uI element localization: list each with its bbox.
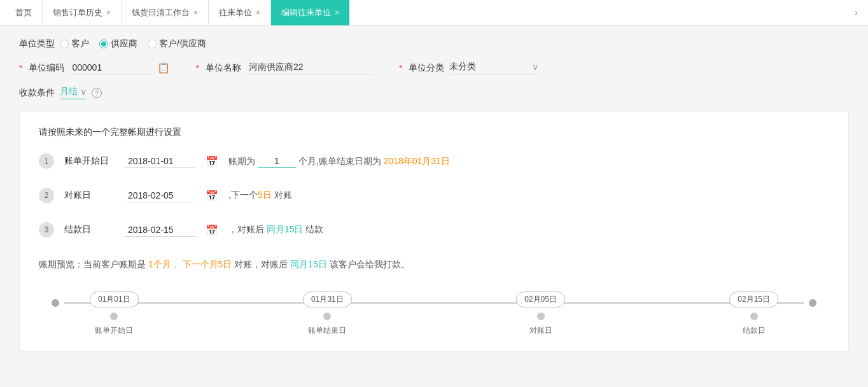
timeline-line [64,302,804,304]
timeline-start-dot [52,299,59,307]
radio-customer[interactable]: 客户 [60,38,89,50]
tab-sales-history[interactable]: 销售订单历史 × [43,0,122,25]
tab-home[interactable]: 首页 [5,0,43,25]
billing-date-1[interactable] [125,155,195,168]
billing-period-input[interactable] [258,155,296,168]
preview-part1: 1个月， [148,259,180,269]
timeline-node-1: 01月01日 账单开始日 [90,292,139,336]
billing-end-date: 2018年01月31日 [384,156,450,166]
tab-cash-work-close[interactable]: × [193,9,198,17]
billing-cal-3[interactable]: 📅 [206,224,218,236]
tab-edit-partner-close[interactable]: × [335,9,339,17]
tab-partner-units-close[interactable]: × [256,9,260,17]
radio-group: 客户 供应商 客户/供应商 [60,38,206,50]
radio-both-circle [148,39,157,48]
timeline-node-4-date: 02月15日 [729,292,778,307]
unit-name-field: * 单位名称 [195,61,373,74]
desc-suffix-2: 对账 [272,190,292,200]
timeline-node-3: 02月05日 对账日 [516,292,565,336]
billing-row-3: 3 结款日 📅 ，对账后 同月15日 结款 [39,222,829,237]
radio-both[interactable]: 客户/供应商 [148,38,206,50]
billing-cal-1[interactable]: 📅 [206,155,218,167]
billing-field-3: 结款日 [64,224,115,236]
unit-classify-dropdown[interactable]: 未分类 ∨ [449,61,538,74]
timeline-node-1-dot [110,313,118,320]
unit-type-row: 单位类型 客户 供应商 客户/供应商 [19,38,849,50]
billing-title: 请按照未来的一个完整帐期进行设置 [39,127,829,138]
unit-classify-value: 未分类 [449,61,529,73]
tab-home-label: 首页 [15,7,32,18]
radio-supplier[interactable]: 供应商 [99,38,137,50]
payment-dropdown-icon: ∨ [80,87,87,97]
timeline-end-dot [809,299,816,307]
tab-cash-work-label: 钱货日清工作台 [132,7,190,18]
timeline-node-2-dot [323,313,331,320]
billing-highlight-3: 同月15日 [267,224,304,234]
timeline-node-2: 01月31日 账单结束日 [303,292,352,336]
timeline-node-1-label: 账单开始日 [95,325,133,336]
unit-code-field: * 单位编码 📋 [19,61,170,74]
preview-part3: 对账，对账后 [234,259,290,269]
desc-suffix-1: 个月,账单结束日期为 [298,156,384,166]
payment-row: 收款条件 月结 ∨ ? [19,86,849,99]
timeline-node-3-date: 02月05日 [516,292,565,307]
unit-code-required: * [19,63,22,73]
radio-customer-circle [60,39,69,48]
desc-prefix-3: ，对账后 [228,224,267,234]
unit-classify-dropdown-icon: ∨ [532,62,538,72]
timeline-node-2-label: 账单结束日 [308,325,346,336]
billing-field-2: 对账日 [64,190,115,201]
radio-supplier-circle [99,39,108,48]
tab-edit-partner-label: 编辑往来单位 [281,7,331,18]
timeline: 01月01日 账单开始日 01月31日 账单结束日 02月05日 对账日 [52,292,816,336]
tab-partner-units[interactable]: 往来单位 × [209,0,271,25]
billing-num-3: 3 [39,222,54,237]
payment-help-icon[interactable]: ? [92,88,102,98]
billing-num-1: 1 [39,153,54,169]
radio-supplier-label: 供应商 [111,38,137,50]
unit-info-row: * 单位编码 📋 * 单位名称 * 单位分类 未分类 ∨ [19,61,849,74]
unit-classify-field: * 单位分类 未分类 ∨ [399,61,538,74]
timeline-node-2-date: 01月31日 [303,292,352,307]
payment-label: 收款条件 [19,87,55,99]
unit-code-label: 单位编码 [29,62,64,74]
timeline-node-3-label: 对账日 [529,325,552,336]
payment-value: 月结 [60,86,78,97]
billing-desc-3: ，对账后 同月15日 结款 [228,224,323,236]
unit-name-input[interactable] [246,61,374,74]
billing-desc-2: ,下一个5日 对账 [228,190,292,201]
tab-sales-history-label: 销售订单历史 [53,7,102,18]
preview-label: 账期预览：当前客户账期是 [39,259,146,269]
radio-customer-label: 客户 [71,38,89,50]
unit-type-label: 单位类型 [19,38,55,50]
billing-desc-1: 账期为 个月,账单结束日期为 2018年01月31日 [228,155,450,168]
billing-date-2[interactable] [125,189,195,202]
billing-date-3[interactable] [125,223,195,237]
unit-name-label: 单位名称 [206,62,241,74]
unit-code-icon[interactable]: 📋 [157,62,170,74]
tab-bar-arrow[interactable]: › [850,7,863,18]
billing-panel: 请按照未来的一个完整帐期进行设置 1 账单开始日 📅 账期为 个月,账单结束日期… [19,111,849,352]
main-content: 单位类型 客户 供应商 客户/供应商 * 单位编码 [0,25,868,387]
billing-cal-2[interactable]: 📅 [206,190,218,202]
tab-sales-history-close[interactable]: × [106,9,111,17]
payment-field: 收款条件 月结 ∨ ? [19,86,102,99]
unit-type-field: 单位类型 客户 供应商 客户/供应商 [19,38,206,50]
tab-edit-partner[interactable]: 编辑往来单位 × [271,0,349,25]
timeline-node-3-dot [537,313,545,320]
billing-field-1: 账单开始日 [64,155,115,167]
desc-suffix-3: 结款 [303,224,323,234]
billing-highlight-2: 5日 [258,190,272,200]
preview-part4: 同月15日 [290,259,327,269]
preview-part5: 该客户会给我打款。 [330,259,410,269]
timeline-node-4-dot [750,313,758,320]
payment-dropdown[interactable]: 月结 ∨ [60,86,87,99]
billing-row-2: 2 对账日 📅 ,下一个5日 对账 [39,188,829,203]
billing-num-2: 2 [39,188,54,203]
timeline-node-4: 02月15日 结款日 [729,292,778,336]
tab-bar: 首页 销售订单历史 × 钱货日清工作台 × 往来单位 × 编辑往来单位 × › [0,0,868,25]
preview-part2: 下一个月5日 [183,259,232,269]
tab-partner-units-label: 往来单位 [219,7,252,18]
tab-cash-work[interactable]: 钱货日清工作台 × [122,0,209,25]
unit-code-input[interactable] [69,61,152,74]
